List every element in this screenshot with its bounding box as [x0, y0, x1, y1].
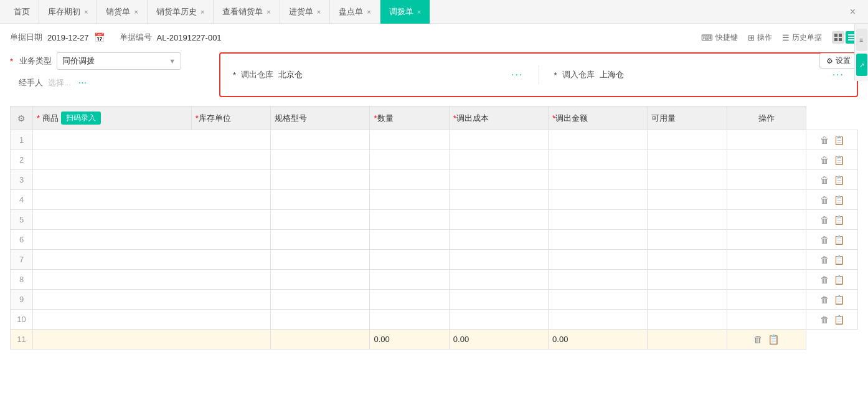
tab-inventory-init[interactable]: 库存期初 × [39, 0, 97, 24]
row-goods[interactable] [33, 310, 271, 330]
tab-close-view-sales[interactable]: × [267, 8, 270, 16]
copy-icon[interactable]: 📋 [834, 275, 844, 285]
row-goods[interactable] [33, 270, 271, 290]
row-transfer-cost[interactable] [549, 310, 648, 330]
delete-icon[interactable]: 🗑 [820, 275, 829, 285]
copy-icon[interactable]: 📋 [834, 315, 844, 325]
row-unit[interactable] [271, 170, 370, 190]
row-transfer-cost[interactable] [549, 270, 648, 290]
row-spec[interactable] [370, 290, 449, 310]
row-transfer-cost[interactable] [549, 230, 648, 250]
row-spec[interactable] [370, 210, 449, 230]
copy-icon[interactable]: 📋 [834, 155, 844, 165]
copy-icon[interactable]: 📋 [834, 255, 844, 265]
row-goods[interactable] [33, 170, 271, 190]
tab-purchase-order[interactable]: 进货单 × [280, 0, 330, 24]
row-qty[interactable] [449, 150, 548, 170]
row-transfer-amount[interactable] [648, 210, 727, 230]
row-spec[interactable] [370, 250, 449, 270]
row-goods[interactable] [33, 130, 271, 150]
settings-icon[interactable]: ⚙ [17, 113, 26, 123]
tab-close-inventory-init[interactable]: × [84, 8, 88, 16]
row-goods[interactable] [33, 250, 271, 270]
row-unit[interactable] [271, 190, 370, 210]
row-transfer-amount[interactable] [648, 170, 727, 190]
row-goods[interactable] [33, 230, 271, 250]
row-transfer-amount[interactable] [648, 270, 727, 290]
row-goods[interactable] [33, 150, 271, 170]
settings-gear-btn[interactable]: ⚙ 设置 [819, 53, 857, 69]
handler-input[interactable]: 选择... [48, 77, 71, 88]
tab-sales-order[interactable]: 销货单 × [97, 0, 147, 24]
row-goods[interactable] [33, 190, 271, 210]
delete-icon[interactable]: 🗑 [820, 235, 829, 245]
delete-icon[interactable]: 🗑 [820, 175, 829, 185]
operations-tool[interactable]: ⊞ 操作 [748, 32, 772, 43]
delete-icon[interactable]: 🗑 [820, 195, 829, 205]
tab-close-purchase-order[interactable]: × [317, 8, 321, 16]
delete-icon[interactable]: 🗑 [820, 155, 829, 165]
row-spec[interactable] [370, 270, 449, 290]
copy-icon[interactable]: 📋 [768, 334, 780, 345]
row-spec[interactable] [370, 190, 449, 210]
tab-close-sales-history[interactable]: × [200, 8, 204, 16]
row-transfer-cost[interactable] [549, 130, 648, 150]
row-qty[interactable] [449, 250, 548, 270]
row-unit[interactable] [271, 210, 370, 230]
tab-close-sales-order[interactable]: × [134, 8, 138, 16]
row-transfer-cost[interactable] [549, 190, 648, 210]
row-qty[interactable] [449, 230, 548, 250]
right-panel-expand-btn[interactable]: ↗ [856, 54, 867, 76]
row-qty[interactable] [449, 130, 548, 150]
row-spec[interactable] [370, 150, 449, 170]
row-goods[interactable] [33, 210, 271, 230]
copy-icon[interactable]: 📋 [834, 235, 844, 245]
row-transfer-cost[interactable] [549, 170, 648, 190]
handler-more-icon[interactable]: ··· [78, 77, 87, 88]
row-qty[interactable] [449, 270, 548, 290]
copy-icon[interactable]: 📋 [834, 195, 844, 205]
row-transfer-cost[interactable] [549, 150, 648, 170]
row-spec[interactable] [370, 310, 449, 330]
delete-icon[interactable]: 🗑 [820, 135, 829, 145]
row-transfer-amount[interactable] [648, 190, 727, 210]
row-unit[interactable] [271, 230, 370, 250]
row-qty[interactable] [449, 170, 548, 190]
row-unit[interactable] [271, 290, 370, 310]
copy-icon[interactable]: 📋 [834, 135, 844, 145]
scan-button[interactable]: 扫码录入 [61, 112, 101, 125]
right-panel-list-btn[interactable]: ≡ [856, 29, 867, 51]
window-close-button[interactable]: × [842, 6, 863, 17]
row-spec[interactable] [370, 170, 449, 190]
row-transfer-cost[interactable] [549, 210, 648, 230]
business-type-select[interactable]: 同价调拨 ▼ [57, 52, 181, 70]
row-spec[interactable] [370, 230, 449, 250]
warehouse-in-more-icon[interactable]: ··· [833, 69, 844, 80]
row-spec[interactable] [370, 130, 449, 150]
copy-icon[interactable]: 📋 [834, 295, 844, 305]
tab-home[interactable]: 首页 [5, 0, 39, 24]
row-qty[interactable] [449, 210, 548, 230]
copy-icon[interactable]: 📋 [834, 215, 844, 225]
layout-btn-1[interactable] [832, 31, 844, 44]
delete-icon[interactable]: 🗑 [820, 295, 829, 305]
row-unit[interactable] [271, 270, 370, 290]
row-unit[interactable] [271, 250, 370, 270]
tab-close-inventory-count[interactable]: × [367, 8, 370, 16]
row-transfer-amount[interactable] [648, 130, 727, 150]
delete-icon[interactable]: 🗑 [820, 215, 829, 225]
tab-transfer[interactable]: 调拨单 × [380, 0, 430, 24]
delete-icon[interactable]: 🗑 [820, 315, 829, 325]
row-goods[interactable] [33, 290, 271, 310]
row-unit[interactable] [271, 150, 370, 170]
row-transfer-amount[interactable] [648, 230, 727, 250]
tab-inventory-count[interactable]: 盘点单 × [330, 0, 380, 24]
row-transfer-amount[interactable] [648, 310, 727, 330]
row-transfer-amount[interactable] [648, 150, 727, 170]
tab-close-transfer[interactable]: × [417, 8, 421, 16]
row-qty[interactable] [449, 290, 548, 310]
calendar-icon[interactable]: 📅 [94, 32, 105, 42]
history-tool[interactable]: ☰ 历史单据 [782, 32, 822, 43]
delete-icon[interactable]: 🗑 [820, 255, 829, 265]
row-unit[interactable] [271, 310, 370, 330]
